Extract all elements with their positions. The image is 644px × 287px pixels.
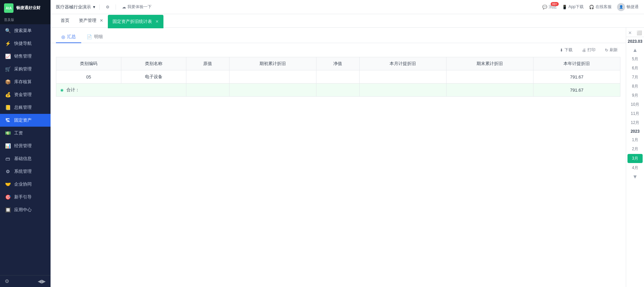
panel-month-12[interactable]: 12月 <box>626 118 644 127</box>
username: 畅捷通 <box>626 4 639 10</box>
cell-net-value <box>316 70 359 84</box>
cell-beginning-accumulated <box>229 70 316 84</box>
col-monthly-depreciation: 本月计提折旧 <box>359 57 446 70</box>
refresh-btn[interactable]: ↻ 刷新 <box>602 46 620 54</box>
sidebar-footer: ⚙ ◀▶ <box>0 275 51 287</box>
sidebar-item-fixed-assets[interactable]: 🏗 固定资产 <box>0 114 51 127</box>
tabs-bar: 首页 资产管理 ✕ 固定资产折旧统计表 ✕ <box>51 14 644 28</box>
tab-home[interactable]: 首页 <box>56 14 74 28</box>
tab-depreciation-table[interactable]: 固定资产折旧统计表 ✕ <box>108 15 163 28</box>
sidebar-item-enterprise[interactable]: 🤝 企业协同 <box>0 178 51 191</box>
sidebar-item-label: 库存核算 <box>14 79 32 85</box>
sidebar-item-label: 销售管理 <box>14 53 32 59</box>
detail-doc-icon: 📄 <box>87 34 92 39</box>
settings-btn[interactable]: ⚙ <box>104 3 112 11</box>
cell-category-code: 05 <box>56 70 121 84</box>
total-label: 合计： <box>66 87 80 92</box>
panel-nav-up[interactable]: ▲ <box>631 46 639 55</box>
tab-close-active-icon[interactable]: ✕ <box>155 19 159 24</box>
panel-close-btn[interactable]: ✕ <box>628 30 632 35</box>
table-wrapper: 类别编码 类别名称 原值 期初累计折旧 净值 本月计提折旧 期末累计折旧 本年计… <box>51 57 626 102</box>
settings-icon[interactable]: ⚙ <box>5 278 9 284</box>
col-category-name: 类别名称 <box>121 57 186 70</box>
main-content: 医疗器械行业演示 ▾ ⚙ ☁ 我要体验一下 💬 消息 99+ 📱 App下载 🎧 <box>51 0 644 287</box>
basic-info-icon: 🗃 <box>5 156 11 162</box>
experience-btn[interactable]: ☁ 我要体验一下 <box>120 3 154 11</box>
panel-month-4[interactable]: 4月 <box>626 163 644 172</box>
sub-tab-summary[interactable]: ◎ 汇总 <box>56 31 81 43</box>
enterprise-icon: 🤝 <box>5 181 11 187</box>
panel-month-10[interactable]: 10月 <box>626 100 644 109</box>
sidebar-item-label: 经营管理 <box>14 143 32 149</box>
panel-month-11[interactable]: 11月 <box>626 109 644 118</box>
sidebar-item-finance[interactable]: 💰 资金管理 <box>0 88 51 101</box>
sidebar-item-beginner[interactable]: 🎯 新手引导 <box>0 191 51 203</box>
app-header: AtA 畅捷通好业财 <box>0 0 51 16</box>
sidebar-item-label: 应用中心 <box>14 207 32 213</box>
app-download-btn[interactable]: 📱 App下载 <box>562 4 584 10</box>
sidebar-nav: 🔍 搜索菜单 ⚡ 快捷导航 📈 销售管理 🛒 采购管理 📦 库存核算 💰 资金管… <box>0 24 51 275</box>
panel-month-9[interactable]: 9月 <box>626 91 644 100</box>
panel-month-2[interactable]: 2月 <box>626 145 644 154</box>
panel-expand-btn[interactable]: ⬜ <box>637 30 642 35</box>
panel-nav-down[interactable]: ▼ <box>631 172 639 181</box>
print-btn[interactable]: 🖨 打印 <box>579 46 598 54</box>
app-name: 畅捷通好业财 <box>16 5 40 11</box>
sidebar-item-payroll[interactable]: 💵 工资 <box>0 127 51 139</box>
sidebar-item-label: 系统管理 <box>14 168 32 174</box>
total-icon: ◉ <box>60 88 64 92</box>
sidebar-item-search[interactable]: 🔍 搜索菜单 <box>0 24 51 37</box>
app-logo-text: AtA <box>6 6 12 10</box>
sidebar-item-system[interactable]: ⚙ 系统管理 <box>0 165 51 178</box>
sidebar-item-label: 固定资产 <box>14 117 32 123</box>
tab-depreciation-label: 固定资产折旧统计表 <box>113 19 152 25</box>
total-net-value <box>316 84 359 97</box>
table-total-row: ◉ 合计： 791.67 <box>56 84 620 97</box>
toolbar: ⬇ 下载 🖨 打印 ↻ 刷新 <box>51 43 626 57</box>
company-selector[interactable]: 医疗器械行业演示 ▾ <box>56 4 95 10</box>
app-logo: AtA <box>4 3 13 13</box>
sidebar-item-label: 快捷导航 <box>14 40 32 46</box>
sidebar-item-label: 资金管理 <box>14 92 32 98</box>
panel-month-1[interactable]: 1月 <box>626 135 644 145</box>
summary-chart-icon: ◎ <box>61 34 65 39</box>
sub-tab-detail[interactable]: 📄 明细 <box>81 31 108 43</box>
service-icon: 🎧 <box>589 5 594 9</box>
download-btn[interactable]: ⬇ 下载 <box>557 46 575 54</box>
col-ending-accumulated: 期末累计折旧 <box>446 57 533 70</box>
cell-category-name: 电子设备 <box>121 70 186 84</box>
sidebar-item-operations[interactable]: 📊 经营管理 <box>0 139 51 152</box>
sidebar-item-ledger[interactable]: 📒 总账管理 <box>0 101 51 114</box>
online-service-btn[interactable]: 🎧 在线客服 <box>589 4 612 10</box>
panel-month-3[interactable]: 3月 <box>627 154 643 163</box>
sidebar-item-app-center[interactable]: 🔲 应用中心 <box>0 203 51 216</box>
message-btn[interactable]: 💬 消息 99+ <box>542 4 557 10</box>
right-panel: ✕ ⬜ 2023.03 ▲ 5月 6月 7月 8月 9月 10月 11月 12月… <box>626 28 644 287</box>
sidebar-item-inventory[interactable]: 📦 库存核算 <box>0 75 51 88</box>
beginner-icon: 🎯 <box>5 194 11 200</box>
total-beginning-accumulated <box>229 84 316 97</box>
panel-month-7[interactable]: 7月 <box>626 73 644 82</box>
sidebar-item-label: 工资 <box>14 130 23 136</box>
col-original-value: 原值 <box>186 57 229 70</box>
right-panel-header: ✕ ⬜ <box>626 29 644 37</box>
tab-asset-management[interactable]: 资产管理 ✕ <box>74 14 108 28</box>
col-net-value: 净值 <box>316 57 359 70</box>
panel-month-8[interactable]: 8月 <box>626 82 644 91</box>
total-original-value <box>186 84 229 97</box>
user-area[interactable]: 👤 畅捷通 <box>617 3 639 11</box>
sidebar-item-quick-nav[interactable]: ⚡ 快捷导航 <box>0 37 51 50</box>
sidebar-item-label: 采购管理 <box>14 66 32 72</box>
table-header-row: 类别编码 类别名称 原值 期初累计折旧 净值 本月计提折旧 期末累计折旧 本年计… <box>56 57 620 70</box>
panel-month-6[interactable]: 6月 <box>626 64 644 73</box>
current-period-label: 2023.03 <box>626 37 644 46</box>
panel-month-5[interactable]: 5月 <box>626 55 644 64</box>
sidebar-item-sales[interactable]: 📈 销售管理 <box>0 50 51 63</box>
total-label-cell: ◉ 合计： <box>56 84 186 97</box>
collapse-icon[interactable]: ◀▶ <box>38 278 46 284</box>
sidebar-item-basic-info[interactable]: 🗃 基础信息 <box>0 152 51 165</box>
total-annual-depreciation: 791.67 <box>533 84 620 97</box>
tab-close-icon[interactable]: ✕ <box>100 18 103 23</box>
sidebar-item-purchase[interactable]: 🛒 采购管理 <box>0 63 51 75</box>
payroll-icon: 💵 <box>5 130 11 136</box>
